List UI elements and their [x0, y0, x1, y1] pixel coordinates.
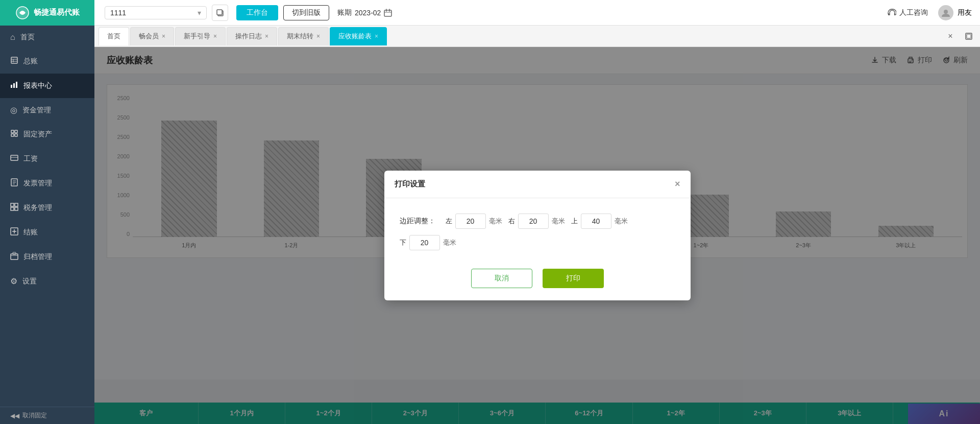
- content-area: 首页 畅会员 × 新手引导 × 操作日志 × 期末结转 × 应收账龄表 ×: [94, 26, 980, 424]
- workbench-button[interactable]: 工作台: [236, 5, 278, 20]
- home-icon: ⌂: [10, 33, 15, 42]
- report-icon: [10, 81, 18, 91]
- period-value: 2023-02: [355, 9, 381, 17]
- switch-version-button[interactable]: 切到旧版: [283, 5, 329, 20]
- margin-bottom-input[interactable]: [409, 235, 440, 250]
- header-right: 人工咨询 用友: [887, 5, 972, 20]
- right-unit-label: 毫米: [552, 217, 565, 226]
- svg-rect-20: [15, 207, 18, 210]
- sidebar-label-ledger: 总账: [23, 57, 38, 66]
- sidebar-label-invoice: 发票管理: [23, 179, 52, 188]
- collapse-label: 取消固定: [22, 411, 47, 420]
- sidebar-item-tax[interactable]: 税务管理: [0, 196, 94, 220]
- logo-area: 畅捷通易代账: [0, 0, 94, 26]
- user-area[interactable]: 用友: [938, 5, 972, 20]
- payroll-icon: [10, 154, 18, 164]
- settings-icon: ⚙: [10, 276, 17, 286]
- svg-rect-3: [384, 10, 391, 16]
- sidebar-item-archive[interactable]: 归档管理: [0, 245, 94, 269]
- company-selector[interactable]: 1111 ▾: [105, 6, 207, 19]
- maximize-icon: [965, 33, 972, 40]
- tab-aging[interactable]: 应收账龄表 ×: [330, 27, 387, 45]
- sidebar-scroll: ⌂ 首页 总账 报表中心 ◎ 资金管理: [0, 26, 94, 407]
- tab-bar: 首页 畅会员 × 新手引导 × 操作日志 × 期末结转 × 应收账龄表 ×: [94, 26, 980, 47]
- svg-rect-19: [11, 207, 14, 210]
- svg-point-6: [944, 10, 948, 14]
- tab-member-close[interactable]: ×: [162, 33, 165, 40]
- confirm-print-button[interactable]: 打印: [543, 269, 604, 288]
- margin-left-input[interactable]: [455, 214, 486, 229]
- tab-member[interactable]: 畅会员 ×: [130, 27, 174, 45]
- svg-rect-25: [967, 34, 971, 38]
- tab-home[interactable]: 首页: [99, 27, 129, 45]
- sidebar-label-settings: 设置: [22, 277, 37, 286]
- invoice-icon: [10, 178, 18, 189]
- margin-right-input[interactable]: [518, 214, 549, 229]
- svg-rect-14: [15, 134, 17, 136]
- sidebar-label-funds: 资金管理: [22, 106, 51, 115]
- modal-body: 边距调整： 左 毫米 右 毫米: [384, 198, 691, 261]
- sidebar-collapse-button[interactable]: ◀◀ 取消固定: [0, 407, 94, 424]
- bottom-unit-label: 毫米: [443, 238, 456, 247]
- sidebar-label-payroll: 工资: [23, 154, 38, 163]
- calendar-icon[interactable]: [384, 9, 392, 17]
- svg-rect-13: [11, 134, 14, 136]
- sidebar-item-assets[interactable]: 固定资产: [0, 122, 94, 147]
- sidebar-label-assets: 固定资产: [23, 130, 52, 139]
- page-content: 应收账龄表 下载: [94, 47, 980, 424]
- tax-icon: [10, 203, 18, 213]
- tab-log-label: 操作日志: [235, 32, 262, 41]
- tab-guide[interactable]: 新手引导 ×: [175, 27, 226, 45]
- cancel-button[interactable]: 取消: [471, 269, 532, 288]
- copy-icon-button[interactable]: [212, 5, 228, 21]
- sidebar-item-report[interactable]: 报表中心: [0, 74, 94, 98]
- svg-rect-2: [217, 10, 222, 15]
- sidebar-item-invoice[interactable]: 发票管理: [0, 171, 94, 196]
- margin-label: 边距调整：: [400, 217, 435, 226]
- tab-period-end[interactable]: 期末结转 ×: [278, 27, 329, 45]
- maximize-button[interactable]: [962, 29, 976, 43]
- consultation-label: 人工咨询: [899, 8, 928, 17]
- close-all-tabs-button[interactable]: ×: [943, 29, 958, 43]
- sidebar-item-settings[interactable]: ⚙ 设置: [0, 269, 94, 293]
- top-unit-label: 毫米: [615, 217, 628, 226]
- dropdown-arrow-icon: ▾: [198, 9, 201, 17]
- tab-guide-close[interactable]: ×: [213, 33, 217, 40]
- tab-bar-right: ×: [943, 29, 976, 43]
- tab-guide-label: 新手引导: [184, 32, 210, 41]
- right-direction-label: 右: [508, 217, 515, 226]
- sidebar-item-home[interactable]: ⌂ 首页: [0, 26, 94, 49]
- tab-log[interactable]: 操作日志 ×: [227, 27, 277, 45]
- margin-bottom-group: 下 毫米: [400, 235, 456, 250]
- main-layout: ⌂ 首页 总账 报表中心 ◎ 资金管理: [0, 26, 980, 424]
- modal-footer: 取消 打印: [384, 261, 691, 300]
- tab-log-close[interactable]: ×: [265, 33, 268, 40]
- modal-close-button[interactable]: ×: [675, 179, 680, 190]
- top-direction-label: 上: [571, 217, 578, 226]
- sidebar-item-checkout[interactable]: 结账: [0, 220, 94, 245]
- margin-top-group: 上 毫米: [571, 214, 628, 229]
- logo-text: 畅捷通易代账: [34, 8, 80, 17]
- sidebar-item-payroll[interactable]: 工资: [0, 147, 94, 171]
- margin-top-input[interactable]: [581, 214, 611, 229]
- tab-period-end-close[interactable]: ×: [316, 33, 320, 40]
- consultation-button[interactable]: 人工咨询: [887, 8, 928, 17]
- left-unit-label: 毫米: [489, 217, 502, 226]
- svg-rect-5: [894, 13, 895, 15]
- sidebar-item-ledger[interactable]: 总账: [0, 49, 94, 74]
- sidebar-label-archive: 归档管理: [23, 252, 52, 262]
- ledger-icon: [10, 56, 18, 66]
- margin-right-group: 右 毫米: [508, 214, 565, 229]
- svg-rect-22: [11, 254, 18, 260]
- tab-aging-close[interactable]: ×: [375, 33, 378, 40]
- tab-home-label: 首页: [107, 32, 120, 41]
- svg-rect-18: [15, 203, 18, 206]
- sidebar-item-funds[interactable]: ◎ 资金管理: [0, 98, 94, 122]
- period-area: 账期 2023-02: [337, 8, 392, 17]
- svg-rect-4: [888, 13, 889, 15]
- headset-icon: [887, 8, 896, 17]
- sidebar-label-tax: 税务管理: [23, 203, 52, 213]
- tab-member-label: 畅会员: [139, 32, 159, 41]
- svg-rect-15: [11, 155, 18, 160]
- svg-rect-10: [16, 82, 17, 88]
